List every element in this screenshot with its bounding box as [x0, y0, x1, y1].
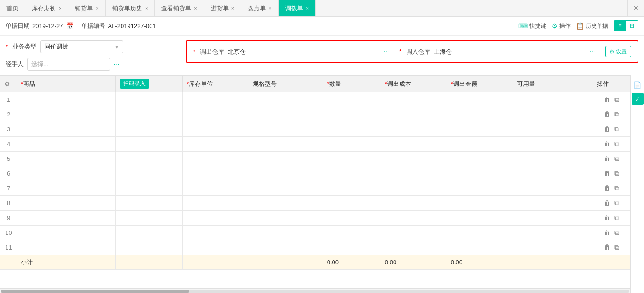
row-unit-2[interactable]	[183, 107, 249, 122]
copy-icon-9[interactable]: ⧉	[614, 214, 619, 221]
row-product-8[interactable]	[17, 196, 116, 211]
row-cost-9[interactable]	[381, 211, 447, 226]
copy-icon-11[interactable]: ⧉	[614, 244, 619, 251]
calendar-icon[interactable]: 📅	[66, 22, 74, 30]
row-product-5[interactable]	[17, 152, 116, 166]
delete-icon-1[interactable]: 🗑	[604, 96, 610, 103]
row-amount-4[interactable]	[447, 137, 513, 152]
shortcuts-button[interactable]: ⌨ 快捷键	[518, 22, 546, 30]
copy-icon-8[interactable]: ⧉	[614, 199, 619, 207]
tab-stocktake-close[interactable]: ×	[268, 6, 271, 11]
row-spec-11[interactable]	[249, 240, 323, 255]
copy-icon-3[interactable]: ⧉	[614, 125, 619, 133]
row-spec-6[interactable]	[249, 166, 323, 181]
tab-stocktake[interactable]: 盘点单 ×	[241, 0, 278, 16]
row-amount-6[interactable]	[447, 166, 513, 181]
row-unit-7[interactable]	[183, 181, 249, 196]
row-product-11[interactable]	[17, 240, 116, 255]
delete-icon-4[interactable]: 🗑	[604, 140, 610, 147]
row-qty-7[interactable]	[323, 181, 381, 196]
row-unit-9[interactable]	[183, 211, 249, 226]
row-spec-5[interactable]	[249, 152, 323, 166]
row-amount-3[interactable]	[447, 122, 513, 137]
row-spec-1[interactable]	[249, 92, 323, 107]
tab-inventory-init-close[interactable]: ×	[59, 6, 61, 11]
row-unit-11[interactable]	[183, 240, 249, 255]
row-product-1[interactable]	[17, 92, 116, 107]
sidebar-notes-icon[interactable]: 📄	[632, 79, 644, 91]
row-cost-4[interactable]	[381, 137, 447, 152]
table-settings-icon[interactable]: ⚙	[4, 80, 10, 88]
sidebar-expand-icon[interactable]: ⤢	[632, 93, 644, 105]
tab-transfer-close[interactable]: ×	[306, 6, 309, 11]
row-unit-10[interactable]	[183, 226, 249, 240]
row-amount-7[interactable]	[447, 181, 513, 196]
row-qty-1[interactable]	[323, 92, 381, 107]
row-product-2[interactable]	[17, 107, 116, 122]
row-product-3[interactable]	[17, 122, 116, 137]
row-qty-10[interactable]	[323, 226, 381, 240]
tab-inventory-init[interactable]: 库存期初 ×	[25, 0, 68, 16]
copy-icon-6[interactable]: ⧉	[614, 170, 619, 177]
row-spec-4[interactable]	[249, 137, 323, 152]
row-cost-2[interactable]	[381, 107, 447, 122]
delete-icon-6[interactable]: 🗑	[604, 170, 610, 177]
row-unit-8[interactable]	[183, 196, 249, 211]
row-cost-10[interactable]	[381, 226, 447, 240]
delete-icon-3[interactable]: 🗑	[604, 125, 610, 133]
row-amount-2[interactable]	[447, 107, 513, 122]
row-amount-9[interactable]	[447, 211, 513, 226]
row-amount-10[interactable]	[447, 226, 513, 240]
row-cost-7[interactable]	[381, 181, 447, 196]
row-qty-9[interactable]	[323, 211, 381, 226]
row-amount-11[interactable]	[447, 240, 513, 255]
row-amount-1[interactable]	[447, 92, 513, 107]
row-qty-4[interactable]	[323, 137, 381, 152]
row-product-9[interactable]	[17, 211, 116, 226]
delete-icon-9[interactable]: 🗑	[604, 214, 610, 221]
tab-view-sales-close[interactable]: ×	[194, 6, 197, 11]
row-qty-2[interactable]	[323, 107, 381, 122]
row-cost-6[interactable]	[381, 166, 447, 181]
delete-icon-11[interactable]: 🗑	[604, 244, 610, 251]
row-amount-8[interactable]	[447, 196, 513, 211]
tab-home[interactable]: 首页	[0, 0, 25, 16]
row-spec-2[interactable]	[249, 107, 323, 122]
row-qty-3[interactable]	[323, 122, 381, 137]
operations-button[interactable]: ⚙ 操作	[552, 22, 571, 30]
row-qty-11[interactable]	[323, 240, 381, 255]
tab-sales-order[interactable]: 销货单 ×	[68, 0, 105, 16]
business-type-select[interactable]: 同价调拨 ▼	[40, 40, 123, 53]
row-unit-5[interactable]	[183, 152, 249, 166]
row-qty-5[interactable]	[323, 152, 381, 166]
row-cost-1[interactable]	[381, 92, 447, 107]
row-product-6[interactable]	[17, 166, 116, 181]
copy-icon-7[interactable]: ⧉	[614, 184, 619, 192]
copy-icon-2[interactable]: ⧉	[614, 110, 619, 118]
row-unit-1[interactable]	[183, 92, 249, 107]
tab-purchase-order[interactable]: 进货单 ×	[204, 0, 241, 16]
window-close-button[interactable]: ×	[627, 0, 644, 17]
settings-button[interactable]: ⚙ 设置	[605, 46, 631, 57]
row-amount-5[interactable]	[447, 152, 513, 166]
row-spec-9[interactable]	[249, 211, 323, 226]
delete-icon-2[interactable]: 🗑	[604, 110, 610, 118]
delete-icon-8[interactable]: 🗑	[604, 199, 610, 207]
row-unit-4[interactable]	[183, 137, 249, 152]
row-cost-11[interactable]	[381, 240, 447, 255]
copy-icon-5[interactable]: ⧉	[614, 155, 619, 162]
copy-icon-1[interactable]: ⧉	[614, 96, 619, 103]
delete-icon-7[interactable]: 🗑	[604, 184, 610, 192]
warehouse-out-more-button[interactable]: ···	[384, 48, 390, 56]
tab-transfer[interactable]: 调拨单 ×	[279, 0, 316, 16]
view-toggle-list[interactable]: ≡	[614, 21, 626, 31]
row-spec-8[interactable]	[249, 196, 323, 211]
copy-icon-10[interactable]: ⧉	[614, 229, 619, 236]
history-button[interactable]: 📋 历史单据	[576, 22, 608, 30]
person-more-button[interactable]: ···	[113, 60, 119, 68]
scan-button[interactable]: 扫码录入	[120, 79, 149, 89]
row-unit-3[interactable]	[183, 122, 249, 137]
scrollbar-thumb[interactable]	[1, 290, 189, 293]
row-cost-3[interactable]	[381, 122, 447, 137]
row-unit-6[interactable]	[183, 166, 249, 181]
